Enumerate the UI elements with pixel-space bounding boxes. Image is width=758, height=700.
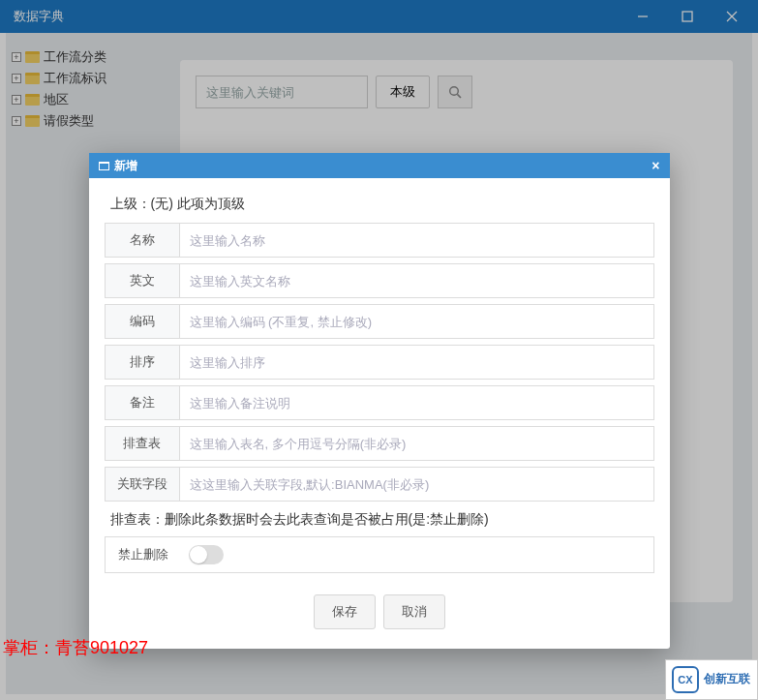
watermark-text: 掌柜：青苔901027 xyxy=(3,636,148,659)
label-relcol: 关联字段 xyxy=(105,467,180,502)
row-exclude: 排查表 xyxy=(105,426,654,461)
label-code: 编码 xyxy=(105,304,180,339)
window-icon xyxy=(99,162,109,170)
input-code[interactable] xyxy=(180,304,654,339)
save-button[interactable]: 保存 xyxy=(314,594,376,629)
exclude-note: 排查表：删除此条数据时会去此表查询是否被占用(是:禁止删除) xyxy=(105,511,654,529)
modal-title: 新增 xyxy=(114,158,137,174)
label-order: 排序 xyxy=(105,345,180,380)
modal-overlay: 新增 × 上级：(无) 此项为顶级 名称 英文 编码 排序 备 xyxy=(0,0,758,700)
row-name: 名称 xyxy=(105,223,654,258)
row-order: 排序 xyxy=(105,345,654,380)
modal-header: 新增 × xyxy=(89,153,670,178)
label-remark: 备注 xyxy=(105,385,180,420)
brand-text: 创新互联 xyxy=(704,673,750,685)
row-code: 编码 xyxy=(105,304,654,339)
input-order[interactable] xyxy=(180,345,654,380)
label-exclude: 排查表 xyxy=(105,426,180,461)
modal-close-button[interactable]: × xyxy=(652,158,659,173)
input-relcol[interactable] xyxy=(180,467,654,502)
modal-actions: 保存 取消 xyxy=(105,594,654,629)
input-en[interactable] xyxy=(180,263,654,298)
forbid-delete-toggle[interactable] xyxy=(189,545,224,564)
label-name: 名称 xyxy=(105,223,180,258)
label-en: 英文 xyxy=(105,263,180,298)
input-remark[interactable] xyxy=(180,385,654,420)
row-remark: 备注 xyxy=(105,385,654,420)
modal-body: 上级：(无) 此项为顶级 名称 英文 编码 排序 备注 排 xyxy=(89,178,670,649)
parent-hint: 上级：(无) 此项为顶级 xyxy=(105,196,654,213)
toggle-knob xyxy=(190,546,207,563)
input-name[interactable] xyxy=(180,223,654,258)
row-relcol: 关联字段 xyxy=(105,467,654,502)
cancel-button[interactable]: 取消 xyxy=(383,594,445,629)
row-forbid-delete: 禁止删除 xyxy=(105,536,654,573)
brand-logo: CX 创新互联 xyxy=(665,659,758,700)
label-forbid-delete: 禁止删除 xyxy=(106,546,181,563)
input-exclude[interactable] xyxy=(180,426,654,461)
brand-mark: CX xyxy=(672,666,699,693)
row-en: 英文 xyxy=(105,263,654,298)
add-modal: 新增 × 上级：(无) 此项为顶级 名称 英文 编码 排序 备 xyxy=(89,153,670,649)
